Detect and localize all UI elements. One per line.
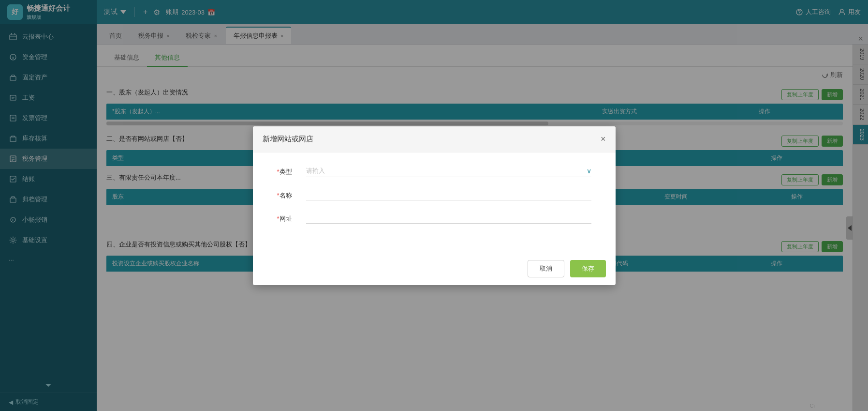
dialog-title: 新增网站或网店 xyxy=(263,135,313,144)
type-label: *类型 xyxy=(277,167,306,176)
add-website-dialog: 新增网站或网店 × *类型 ∨ *名称 xyxy=(253,126,616,285)
save-btn[interactable]: 保存 xyxy=(570,260,606,277)
form-field-url: *网址 xyxy=(277,214,591,224)
dialog-header: 新增网站或网店 × xyxy=(253,126,616,152)
url-input-wrap xyxy=(306,214,591,224)
type-input-wrap: ∨ xyxy=(306,167,591,177)
form-field-name: *名称 xyxy=(277,191,591,200)
type-input[interactable] xyxy=(306,167,587,174)
name-label: *名称 xyxy=(277,191,306,200)
dialog-body: *类型 ∨ *名称 *网址 xyxy=(253,152,616,252)
dialog-footer: 取消 保存 xyxy=(253,252,616,285)
type-dropdown-icon[interactable]: ∨ xyxy=(587,167,591,175)
url-input[interactable] xyxy=(306,214,591,221)
name-input[interactable] xyxy=(306,191,591,198)
dialog-close-btn[interactable]: × xyxy=(601,134,606,144)
url-label: *网址 xyxy=(277,214,306,223)
dialog-overlay: 新增网站或网店 × *类型 ∨ *名称 xyxy=(0,0,868,411)
name-input-wrap xyxy=(306,191,591,200)
cancel-btn[interactable]: 取消 xyxy=(528,260,564,277)
form-field-type: *类型 ∨ xyxy=(277,167,591,177)
